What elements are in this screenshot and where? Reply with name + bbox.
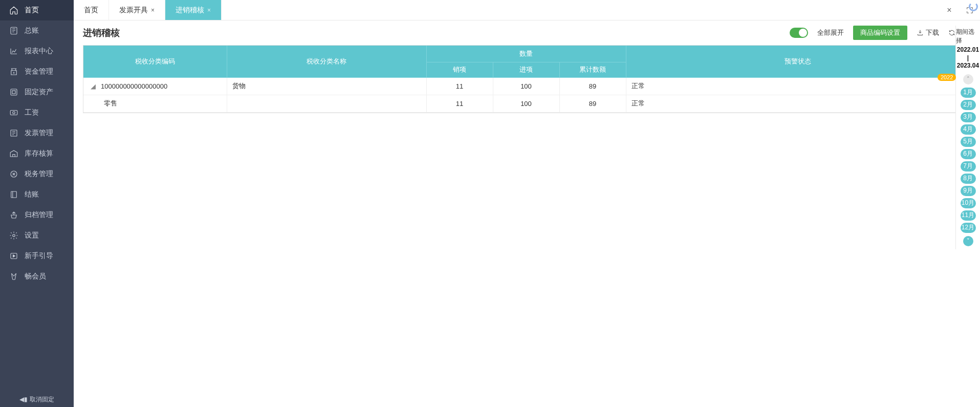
sidebar-item-guide[interactable]: 新手引导 <box>0 246 74 266</box>
sidebar-label: 库存核算 <box>25 149 53 158</box>
download-button[interactable]: 下载 <box>917 28 939 37</box>
close-icon[interactable]: × <box>207 7 211 14</box>
ledger-icon <box>9 26 18 35</box>
sidebar-label: 税务管理 <box>25 169 53 179</box>
close-icon[interactable]: × <box>151 7 155 14</box>
tab-bar: 首页 发票开具 × 进销稽核 × × <box>74 0 980 20</box>
svg-point-4 <box>13 112 15 114</box>
sidebar-item-asset[interactable]: 固定资产 <box>0 82 74 102</box>
svg-rect-7 <box>11 191 17 198</box>
period-range: 2022.01|2023.04 <box>957 46 979 70</box>
month-6[interactable]: 6月 <box>961 149 976 159</box>
sidebar-label: 资金管理 <box>25 67 53 76</box>
th-out: 销项 <box>426 62 493 77</box>
svg-rect-1 <box>11 89 17 95</box>
salary-icon <box>9 108 18 117</box>
month-8[interactable]: 8月 <box>961 174 976 184</box>
expand-all-label: 全部展开 <box>817 28 844 37</box>
tax-icon <box>9 169 18 179</box>
sidebar-item-salary[interactable]: 工资 <box>0 102 74 123</box>
page-title: 进销稽核 <box>83 27 120 39</box>
sidebar-item-close-book[interactable]: 结账 <box>0 184 74 205</box>
svg-rect-2 <box>12 91 15 94</box>
toolbar: 进销稽核 全部展开 商品编码设置 下载 刷新 <box>74 20 980 45</box>
home-icon <box>9 6 18 15</box>
month-4[interactable]: 4月 <box>961 124 976 135</box>
sidebar-label: 报表中心 <box>25 47 53 56</box>
period-title: 期间选择 <box>956 28 980 45</box>
sidebar-item-archive[interactable]: 归档管理 <box>0 205 74 225</box>
table-row[interactable]: 零售 11 100 89 正常 <box>83 95 970 112</box>
download-icon <box>917 29 924 36</box>
tab-label: 首页 <box>84 6 98 15</box>
chart-icon <box>9 47 18 56</box>
sidebar-label: 畅会员 <box>25 272 46 281</box>
sidebar-item-fund[interactable]: 资金管理 <box>0 61 74 82</box>
th-code: 税收分类编码 <box>83 46 227 77</box>
th-qty: 数量 <box>426 46 626 62</box>
period-next-button[interactable]: ˅ <box>963 236 973 246</box>
close-book-icon <box>9 190 18 199</box>
svg-rect-0 <box>11 27 17 34</box>
th-status: 预警状态 <box>626 46 970 77</box>
month-5[interactable]: 5月 <box>961 137 976 147</box>
year-badge: 2022 <box>938 74 956 81</box>
sidebar-label: 固定资产 <box>25 88 53 97</box>
sidebar-label: 工资 <box>25 108 39 117</box>
th-in: 进项 <box>493 62 559 77</box>
gear-icon <box>9 231 18 240</box>
refresh-icon <box>948 29 955 36</box>
sidebar-label: 首页 <box>25 6 39 15</box>
member-icon <box>9 272 18 281</box>
sidebar-item-settings[interactable]: 设置 <box>0 225 74 246</box>
sidebar-item-ledger[interactable]: 总账 <box>0 20 74 41</box>
sidebar-item-report[interactable]: 报表中心 <box>0 41 74 61</box>
guide-icon <box>9 251 18 261</box>
sidebar-item-home[interactable]: 首页 <box>0 0 74 20</box>
sidebar-label: 新手引导 <box>25 251 53 261</box>
sidebar-label: 归档管理 <box>25 210 53 220</box>
th-cum: 累计数额 <box>559 62 626 77</box>
row-collapse-icon[interactable]: ◢ <box>91 82 98 90</box>
month-12[interactable]: 12月 <box>961 223 976 233</box>
invoice-icon <box>9 128 18 138</box>
expand-all-toggle[interactable] <box>790 28 808 38</box>
month-7[interactable]: 7月 <box>961 161 976 172</box>
fund-icon <box>9 67 18 76</box>
sidebar: 首页 总账 报表中心 资金管理 固定资产 工资 发票管理 库存核算 <box>0 0 74 407</box>
th-name: 税收分类名称 <box>227 46 426 77</box>
sidebar-item-member[interactable]: 畅会员 <box>0 266 74 287</box>
sidebar-item-tax[interactable]: 税务管理 <box>0 164 74 184</box>
month-3[interactable]: 3月 <box>961 112 976 122</box>
asset-icon <box>9 88 18 97</box>
sidebar-label: 设置 <box>25 231 39 240</box>
svg-point-8 <box>13 234 15 237</box>
code-setting-button[interactable]: 商品编码设置 <box>853 26 907 40</box>
loading-spinner-icon <box>969 2 978 11</box>
period-prev-button[interactable]: ˄ <box>963 74 973 84</box>
month-1[interactable]: 1月 <box>961 88 976 98</box>
archive-icon <box>9 210 18 220</box>
sidebar-item-invoice[interactable]: 发票管理 <box>0 123 74 143</box>
period-panel: 期间选择 2022.01|2023.04 2022 ˄ 1月 2月 3月 4月 … <box>955 26 980 249</box>
tab-home[interactable]: 首页 <box>74 0 109 20</box>
svg-rect-3 <box>10 111 17 115</box>
tab-label: 发票开具 <box>119 6 148 15</box>
sidebar-pin-toggle[interactable]: ◀▮取消固定 <box>0 392 74 407</box>
inventory-icon <box>9 149 18 158</box>
sidebar-item-inventory[interactable]: 库存核算 <box>0 143 74 164</box>
tab-audit[interactable]: 进销稽核 × <box>165 0 222 20</box>
tab-label: 进销稽核 <box>176 6 204 15</box>
audit-table: ❯ 税收分类编码 税收分类名称 数量 预警状态 销项 进 <box>83 45 971 113</box>
month-10[interactable]: 10月 <box>961 198 976 208</box>
table-row[interactable]: ◢100000000000000000 货物 11 100 89 正常 <box>83 77 970 95</box>
window-close-button[interactable]: × <box>939 0 960 20</box>
month-9[interactable]: 9月 <box>961 186 976 196</box>
tab-invoice-issue[interactable]: 发票开具 × <box>109 0 165 20</box>
sidebar-label: 发票管理 <box>25 128 53 138</box>
sidebar-label: 总账 <box>25 26 39 35</box>
sidebar-label: 结账 <box>25 190 39 199</box>
month-2[interactable]: 2月 <box>961 100 976 110</box>
month-11[interactable]: 11月 <box>961 210 976 221</box>
